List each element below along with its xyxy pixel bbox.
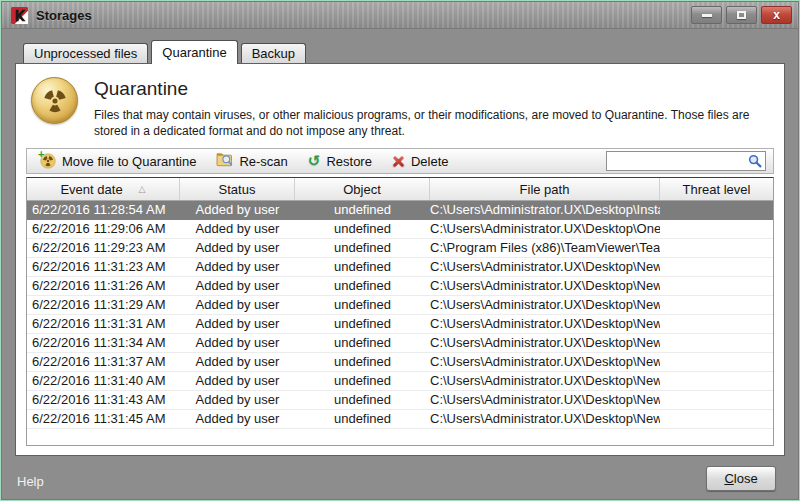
column-header-threat-level[interactable]: Threat level <box>660 178 773 200</box>
cell-file-path: C:\Users\Administrator.UX\Desktop\New ..… <box>430 410 660 428</box>
cell-event-date: 6/22/2016 11:31:31 AM <box>27 315 180 333</box>
restore-button[interactable]: ↺ Restore <box>302 151 384 172</box>
cell-status: Added by user <box>180 258 295 276</box>
column-label: Event date <box>60 182 122 197</box>
column-header-event-date[interactable]: Event date △ <box>27 178 180 200</box>
cell-file-path: C:\Users\Administrator.UX\Desktop\One... <box>430 220 660 238</box>
column-label: File path <box>520 182 570 197</box>
table-row[interactable]: 6/22/2016 11:31:31 AMAdded by userundefi… <box>27 315 773 334</box>
column-header-object[interactable]: Object <box>295 178 430 200</box>
cell-status: Added by user <box>180 220 295 238</box>
cell-threat-level <box>660 372 773 390</box>
cell-object: undefined <box>295 220 430 238</box>
cell-file-path: C:\Users\Administrator.UX\Desktop\New ..… <box>430 277 660 295</box>
cell-status: Added by user <box>180 296 295 314</box>
cell-status: Added by user <box>180 372 295 390</box>
cell-file-path: C:\Users\Administrator.UX\Desktop\New ..… <box>430 258 660 276</box>
section-title: Quarantine <box>94 78 770 100</box>
close-button[interactable]: Close <box>706 466 776 491</box>
cell-object: undefined <box>295 315 430 333</box>
table-row[interactable]: 6/22/2016 11:29:06 AMAdded by userundefi… <box>27 220 773 239</box>
cell-file-path: C:\Users\Administrator.UX\Desktop\Insta.… <box>430 201 660 219</box>
cell-threat-level <box>660 391 773 409</box>
tab-unprocessed-files[interactable]: Unprocessed files <box>23 43 148 63</box>
storages-window: Storages x Unprocessed files Quarantine … <box>0 0 800 501</box>
close-icon: x <box>773 9 780 21</box>
cell-event-date: 6/22/2016 11:31:40 AM <box>27 372 180 390</box>
table-body: 6/22/2016 11:28:54 AMAdded by userundefi… <box>27 201 773 445</box>
cell-object: undefined <box>295 201 430 219</box>
table-header: Event date △ Status Object File path Thr… <box>27 178 773 201</box>
cell-threat-level <box>660 277 773 295</box>
table-row[interactable]: 6/22/2016 11:31:29 AMAdded by userundefi… <box>27 296 773 315</box>
cell-file-path: C:\Users\Administrator.UX\Desktop\New ..… <box>430 315 660 333</box>
cell-event-date: 6/22/2016 11:31:43 AM <box>27 391 180 409</box>
sort-asc-icon: △ <box>139 184 146 194</box>
table-row[interactable]: 6/22/2016 11:28:54 AMAdded by userundefi… <box>27 201 773 220</box>
cell-event-date: 6/22/2016 11:28:54 AM <box>27 201 180 219</box>
re-scan-button[interactable]: Re-scan <box>210 149 299 173</box>
cell-event-date: 6/22/2016 11:31:45 AM <box>27 410 180 428</box>
delete-button[interactable]: Delete <box>386 151 461 172</box>
move-file-to-quarantine-button[interactable]: + Move file to Quarantine <box>34 150 208 172</box>
cell-event-date: 6/22/2016 11:31:23 AM <box>27 258 180 276</box>
help-link[interactable]: Help <box>17 474 44 489</box>
cell-status: Added by user <box>180 277 295 295</box>
cell-object: undefined <box>295 410 430 428</box>
search-input[interactable] <box>612 154 748 168</box>
quarantine-radiation-icon <box>31 77 78 124</box>
rescan-icon <box>216 152 233 170</box>
close-window-button[interactable]: x <box>761 6 792 24</box>
cell-status: Added by user <box>180 315 295 333</box>
table-row[interactable]: 6/22/2016 11:31:43 AMAdded by userundefi… <box>27 391 773 410</box>
table-row[interactable]: 6/22/2016 11:31:40 AMAdded by userundefi… <box>27 372 773 391</box>
plus-badge-icon: + <box>38 148 44 160</box>
column-label: Status <box>219 182 256 197</box>
search-icon[interactable] <box>748 154 762 168</box>
column-header-status[interactable]: Status <box>180 178 295 200</box>
cell-threat-level <box>660 258 773 276</box>
toolbar-button-label: Move file to Quarantine <box>62 154 196 169</box>
cell-threat-level <box>660 410 773 428</box>
title-bar[interactable]: Storages x <box>2 2 798 29</box>
cell-status: Added by user <box>180 334 295 352</box>
tab-strip: Unprocessed files Quarantine Backup <box>23 40 309 63</box>
cell-event-date: 6/22/2016 11:29:23 AM <box>27 239 180 257</box>
table-row[interactable]: 6/22/2016 11:29:23 AMAdded by userundefi… <box>27 239 773 258</box>
cell-threat-level <box>660 201 773 219</box>
column-label: Object <box>343 182 381 197</box>
cell-status: Added by user <box>180 353 295 371</box>
toolbar-button-label: Restore <box>326 154 372 169</box>
cell-event-date: 6/22/2016 11:31:29 AM <box>27 296 180 314</box>
table-row[interactable]: 6/22/2016 11:31:34 AMAdded by userundefi… <box>27 334 773 353</box>
cell-file-path: C:\Program Files (x86)\TeamViewer\Team..… <box>430 239 660 257</box>
quarantine-table: Event date △ Status Object File path Thr… <box>26 177 774 446</box>
table-row[interactable]: 6/22/2016 11:31:37 AMAdded by userundefi… <box>27 353 773 372</box>
cell-threat-level <box>660 220 773 238</box>
search-box <box>606 151 766 171</box>
cell-object: undefined <box>295 334 430 352</box>
cell-threat-level <box>660 334 773 352</box>
table-row[interactable]: 6/22/2016 11:31:26 AMAdded by userundefi… <box>27 277 773 296</box>
section-description: Files that may contain viruses, or other… <box>94 107 770 139</box>
delete-icon <box>392 155 405 168</box>
cell-file-path: C:\Users\Administrator.UX\Desktop\New ..… <box>430 353 660 371</box>
cell-threat-level <box>660 296 773 314</box>
cell-object: undefined <box>295 296 430 314</box>
table-row[interactable]: 6/22/2016 11:31:23 AMAdded by userundefi… <box>27 258 773 277</box>
cell-object: undefined <box>295 239 430 257</box>
cell-status: Added by user <box>180 201 295 219</box>
cell-file-path: C:\Users\Administrator.UX\Desktop\New ..… <box>430 372 660 390</box>
table-row[interactable]: 6/22/2016 11:31:45 AMAdded by userundefi… <box>27 410 773 429</box>
cell-threat-level <box>660 239 773 257</box>
minimize-button[interactable] <box>691 6 722 24</box>
cell-threat-level <box>660 315 773 333</box>
tab-backup[interactable]: Backup <box>241 43 306 63</box>
section-header: Quarantine Files that may contain viruse… <box>16 64 784 145</box>
maximize-button[interactable] <box>726 6 757 24</box>
tab-quarantine[interactable]: Quarantine <box>151 40 237 64</box>
cell-status: Added by user <box>180 410 295 428</box>
cell-file-path: C:\Users\Administrator.UX\Desktop\New ..… <box>430 391 660 409</box>
toolbar-button-label: Delete <box>411 154 449 169</box>
column-header-file-path[interactable]: File path <box>430 178 660 200</box>
